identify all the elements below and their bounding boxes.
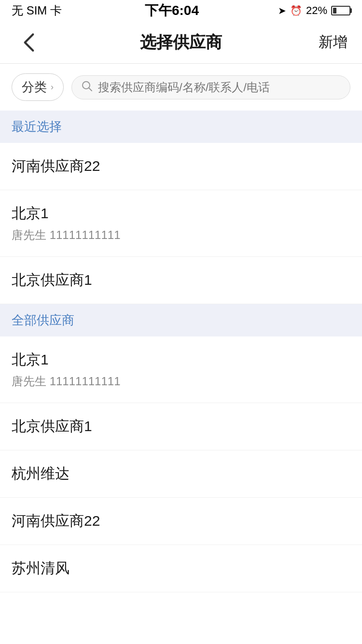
item-name: 北京1 [12,204,350,224]
add-button[interactable]: 新增 [319,32,348,52]
location-icon: ➤ [278,5,286,16]
all-section-header: 全部供应商 [0,304,362,336]
filter-bar: 分类 › [0,64,362,111]
status-bar: 无 SIM 卡 下午6:04 ➤ ⏰ 22% [0,0,362,21]
item-name: 河南供应商22 [12,511,350,531]
list-item[interactable]: 苏州清风 [0,545,362,592]
item-sub: 唐先生 11111111111 [12,374,350,389]
battery-percent: 22% [306,4,327,17]
alarm-icon: ⏰ [290,5,302,16]
list-item[interactable]: 河南供应商22 [0,143,362,190]
list-item[interactable]: 河南供应商22 [0,498,362,545]
item-name: 杭州维达 [12,464,350,484]
search-input[interactable] [98,81,340,94]
recent-section-header: 最近选择 [0,111,362,143]
recent-section-label: 最近选择 [12,119,62,134]
svg-line-1 [89,88,92,91]
nav-bar: 选择供应商 新增 [0,21,362,64]
list-item[interactable]: 北京1唐先生 11111111111 [0,336,362,403]
page-title: 选择供应商 [140,31,222,54]
list-item[interactable]: 北京供应商1 [0,403,362,450]
chevron-right-icon: › [51,82,54,92]
item-name: 北京供应商1 [12,417,350,436]
recent-list: 河南供应商22北京1唐先生 11111111111北京供应商1 [0,143,362,304]
battery-icon [331,6,350,15]
list-item[interactable]: 北京供应商1 [0,257,362,304]
item-sub: 唐先生 11111111111 [12,227,350,243]
search-box[interactable] [71,75,350,99]
all-section-label: 全部供应商 [12,313,74,327]
back-button[interactable] [14,28,43,57]
item-name: 北京1 [12,350,350,370]
list-item[interactable]: 杭州维达 [0,450,362,498]
status-icons: ➤ ⏰ 22% [278,4,350,17]
item-name: 北京供应商1 [12,270,350,290]
item-name: 苏州清风 [12,559,350,578]
status-time: 下午6:04 [145,1,199,20]
category-button[interactable]: 分类 › [12,73,64,101]
status-carrier: 无 SIM 卡 [12,3,66,18]
item-name: 河南供应商22 [12,156,350,176]
list-item[interactable]: 北京1唐先生 11111111111 [0,190,362,257]
all-list: 北京1唐先生 11111111111北京供应商1杭州维达河南供应商22苏州清风 [0,336,362,592]
search-icon [82,81,92,94]
